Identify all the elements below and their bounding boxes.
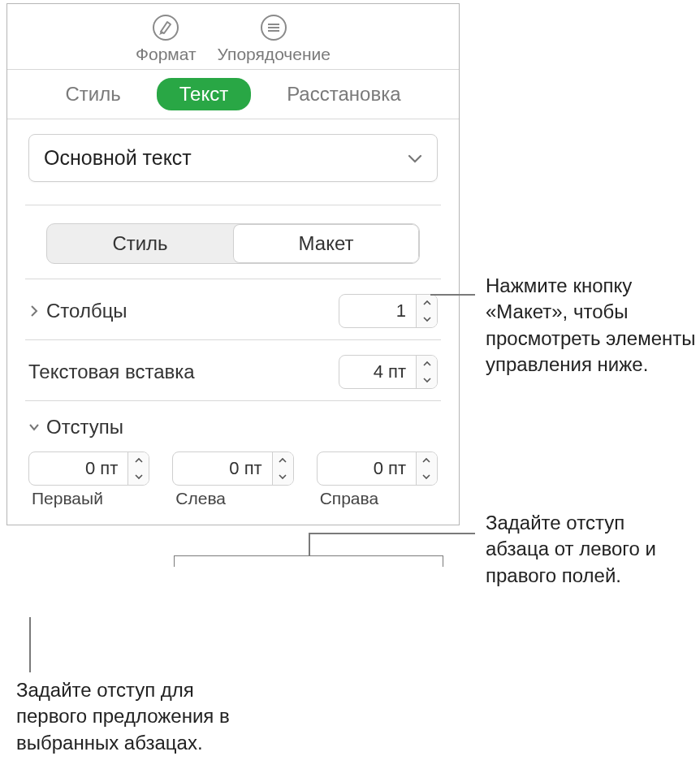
indent-right-value[interactable]: 0 пт xyxy=(318,452,416,485)
indent-left: 0 пт Слева xyxy=(172,451,293,508)
indent-right-stepper[interactable]: 0 пт xyxy=(317,451,438,486)
indent-left-caption: Слева xyxy=(172,489,293,508)
text-inset-label: Текстовая вставка xyxy=(28,361,195,383)
arrange-tab[interactable]: Упорядочение xyxy=(218,14,331,64)
text-inset-row: Текстовая вставка 4 пт xyxy=(28,340,438,400)
indents-label: Отступы xyxy=(46,416,123,439)
callout-first-hint: Задайте отступ для первого предложения в… xyxy=(16,677,260,756)
indent-first: 0 пт Перваый xyxy=(28,451,149,508)
caret-up-icon xyxy=(423,300,431,306)
indent-first-stepper[interactable]: 0 пт xyxy=(28,451,149,486)
callout-lr-hint: Задайте отступ абзаца от левого и правог… xyxy=(486,510,693,589)
svg-point-0 xyxy=(153,15,178,40)
columns-stepper[interactable]: 1 xyxy=(339,294,438,328)
inspector-tabs: Стиль Текст Расстановка xyxy=(7,70,459,119)
caret-down-icon xyxy=(279,473,287,480)
columns-value[interactable]: 1 xyxy=(339,295,416,327)
indents-group: 0 пт Перваый 0 пт xyxy=(28,442,438,508)
indent-right-step-up[interactable] xyxy=(417,452,437,469)
inspector-panel: Формат Упорядочение Стиль Текст Расстано… xyxy=(6,3,460,525)
tab-spacing[interactable]: Расстановка xyxy=(264,78,423,110)
indent-right-caption: Справа xyxy=(317,489,438,508)
columns-disclosure[interactable] xyxy=(28,305,40,318)
indent-right-step-down[interactable] xyxy=(417,469,437,485)
indent-first-value[interactable]: 0 пт xyxy=(29,452,127,485)
chevron-down-icon xyxy=(28,423,40,431)
segment-layout[interactable]: Макет xyxy=(233,224,419,263)
format-tab[interactable]: Формат xyxy=(136,14,197,64)
brush-icon xyxy=(152,14,179,41)
caret-down-icon xyxy=(135,473,143,480)
toolbar: Формат Упорядочение xyxy=(7,4,459,70)
chevron-down-icon xyxy=(408,153,422,163)
chevron-right-icon xyxy=(30,305,38,318)
indent-right: 0 пт Справа xyxy=(317,451,438,508)
indent-first-step-up[interactable] xyxy=(128,452,149,469)
tab-text[interactable]: Текст xyxy=(157,78,251,110)
caret-down-icon xyxy=(423,377,431,383)
columns-label: Столбцы xyxy=(46,300,127,322)
caret-up-icon xyxy=(422,457,430,464)
callout-layout-hint: Нажмите кнопку «Макет», чтобы просмотрет… xyxy=(486,273,697,378)
indents-header-row: Отступы xyxy=(28,401,438,442)
segment-style[interactable]: Стиль xyxy=(47,224,233,263)
text-inset-step-down[interactable] xyxy=(417,372,437,388)
format-label: Формат xyxy=(136,45,197,64)
tab-style[interactable]: Стиль xyxy=(42,78,143,110)
indent-left-stepper[interactable]: 0 пт xyxy=(172,451,293,486)
text-segmented-control: Стиль Макет xyxy=(46,223,420,264)
text-inset-step-up[interactable] xyxy=(417,356,437,372)
indent-first-caption: Перваый xyxy=(28,489,149,508)
arrange-icon xyxy=(260,14,287,41)
indents-disclosure[interactable] xyxy=(28,423,40,431)
caret-down-icon xyxy=(422,473,430,480)
paragraph-style-select[interactable]: Основной текст xyxy=(28,134,438,182)
indent-left-step-down[interactable] xyxy=(273,469,293,485)
columns-step-up[interactable] xyxy=(417,295,437,311)
text-inset-stepper[interactable]: 4 пт xyxy=(339,355,438,389)
columns-row: Столбцы 1 xyxy=(28,279,438,339)
indent-left-step-up[interactable] xyxy=(273,452,293,469)
arrange-label: Упорядочение xyxy=(218,45,331,64)
caret-up-icon xyxy=(279,457,287,464)
indent-left-value[interactable]: 0 пт xyxy=(173,452,271,485)
paragraph-style-value: Основной текст xyxy=(44,146,192,170)
columns-step-down[interactable] xyxy=(417,311,437,327)
caret-up-icon xyxy=(423,361,431,367)
indent-first-step-down[interactable] xyxy=(128,469,149,485)
text-inset-value[interactable]: 4 пт xyxy=(339,356,416,388)
caret-up-icon xyxy=(135,457,143,464)
caret-down-icon xyxy=(423,316,431,322)
